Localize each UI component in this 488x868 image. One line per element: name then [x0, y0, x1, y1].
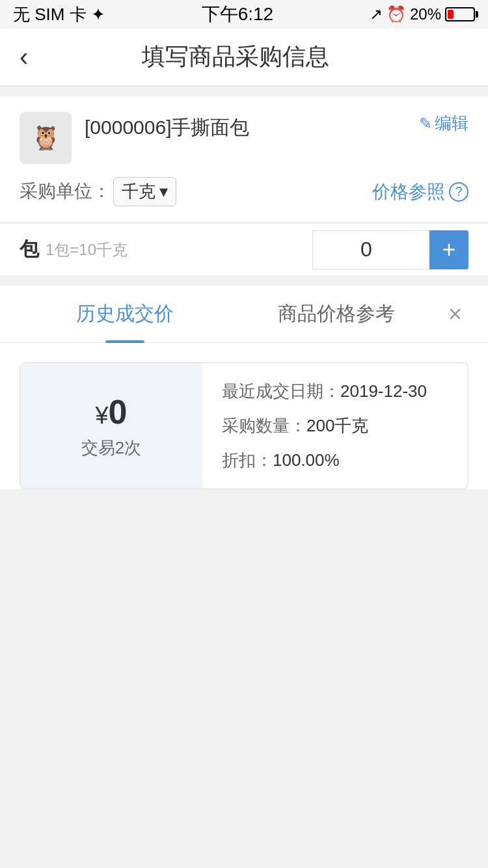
history-price-panel: ¥0 交易2次: [20, 363, 202, 489]
discount-row: 折扣：100.00%: [222, 448, 448, 473]
tabs-section: 历史成交价 商品价格参考 × ¥0 交易2次 最近成交日期：2019-12-30…: [0, 286, 488, 489]
tab-price-reference[interactable]: 商品价格参考: [230, 286, 441, 343]
trade-count: 交易2次: [81, 437, 141, 459]
chevron-down-icon: ▾: [159, 182, 168, 202]
product-unit-row: 采购单位： 千克 ▾ 价格参照 ?: [20, 177, 468, 206]
latest-date-label: 最近成交日期：: [222, 381, 340, 401]
discount-label: 折扣：: [222, 450, 273, 470]
quantity-section: 包 1包=10千克 +: [0, 223, 488, 275]
page-header: ‹ 填写商品采购信息: [0, 29, 488, 86]
status-right: ↗ ⏰ 20%: [370, 5, 475, 23]
product-info: 🦉 [0000006]手撕面包: [20, 112, 249, 164]
product-top-row: 🦉 [0000006]手撕面包 ✎ 编辑: [20, 112, 468, 164]
discount-value: 100.00%: [273, 450, 340, 470]
battery-icon: [445, 7, 475, 21]
product-logo-icon: 🦉: [31, 124, 61, 152]
qty-conversion: 1包=10千克: [46, 239, 128, 260]
quantity-label-group: 包 1包=10千克: [20, 236, 128, 263]
battery-fill: [448, 10, 454, 19]
location-icon: ↗: [370, 5, 383, 23]
signal-text: 无 SIM 卡 ✦: [13, 3, 105, 26]
edit-icon: ✎: [419, 115, 432, 133]
product-card: 🦉 [0000006]手撕面包 ✎ 编辑 采购单位： 千克 ▾ 价格参照 ?: [0, 96, 488, 222]
qty-unit-tag: 包: [20, 236, 39, 263]
quantity-input-group: +: [312, 230, 468, 269]
history-price-value: ¥0: [96, 392, 128, 431]
purchase-qty-value: 200千克: [306, 416, 368, 435]
battery-percent: 20%: [410, 5, 441, 23]
product-thumbnail: 🦉: [20, 112, 72, 164]
purchase-qty-row: 采购数量：200千克: [222, 413, 448, 439]
alarm-icon: ⏰: [386, 5, 406, 23]
price-reference-button[interactable]: 价格参照 ?: [372, 180, 468, 204]
tabs-header: 历史成交价 商品价格参考 ×: [0, 286, 488, 343]
unit-select[interactable]: 千克 ▾: [113, 177, 176, 206]
purchase-qty-label: 采购数量：: [222, 416, 306, 435]
latest-date-row: 最近成交日期：2019-12-30: [222, 379, 448, 404]
main-content-area: [0, 509, 488, 868]
tab-close-button[interactable]: ×: [442, 294, 468, 334]
unit-label: 采购单位：: [20, 181, 111, 201]
status-time: 下午6:12: [202, 2, 274, 27]
back-button[interactable]: ‹: [20, 42, 28, 72]
history-card: ¥0 交易2次 最近成交日期：2019-12-30 采购数量：200千克 折扣：…: [20, 362, 468, 489]
product-name: [0000006]手撕面包: [85, 112, 249, 141]
edit-button[interactable]: ✎ 编辑: [419, 112, 468, 135]
unit-label-group: 采购单位： 千克 ▾: [20, 177, 176, 206]
quantity-input[interactable]: [312, 230, 429, 269]
page-title: 填写商品采购信息: [41, 41, 429, 73]
help-icon: ?: [449, 182, 468, 202]
status-bar: 无 SIM 卡 ✦ 下午6:12 ↗ ⏰ 20%: [0, 0, 488, 29]
quantity-plus-button[interactable]: +: [429, 230, 468, 269]
latest-date-value: 2019-12-30: [340, 381, 427, 401]
history-detail-panel: 最近成交日期：2019-12-30 采购数量：200千克 折扣：100.00%: [202, 363, 468, 489]
currency-symbol: ¥: [96, 402, 109, 429]
status-left: 无 SIM 卡 ✦: [13, 3, 105, 26]
tab-history-price[interactable]: 历史成交价: [20, 286, 230, 343]
